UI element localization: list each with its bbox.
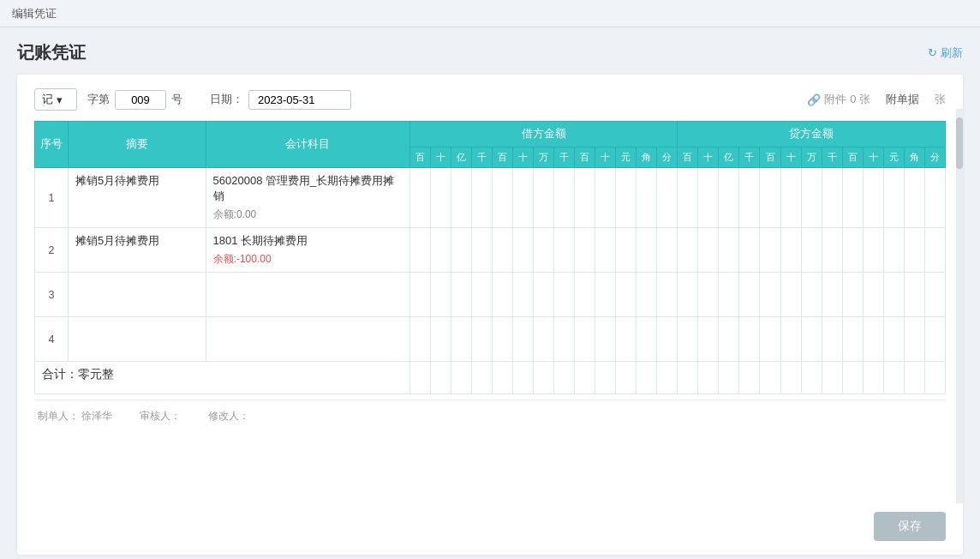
row-2-credit-8[interactable] [842, 273, 863, 317]
attach-single-button[interactable]: 附单据 [886, 92, 919, 107]
row-1-debit-12[interactable] [657, 228, 678, 273]
row-1-debit-5[interactable] [513, 228, 534, 273]
row-2-credit-3[interactable] [739, 273, 760, 317]
row-0-credit-12[interactable] [924, 168, 945, 228]
row-1-credit-3[interactable] [739, 228, 760, 273]
refresh-button[interactable]: ↻ 刷新 [928, 45, 963, 61]
row-1-credit-1[interactable] [698, 228, 719, 273]
row-0-credit-5[interactable] [780, 168, 801, 228]
row-2-debit-10[interactable] [616, 273, 636, 317]
row-0-credit-6[interactable] [801, 168, 822, 228]
row-2-credit-6[interactable] [801, 273, 822, 317]
row-3-debit-2[interactable] [451, 317, 471, 362]
row-2-credit-9[interactable] [863, 273, 883, 317]
row-2-subject[interactable] [206, 273, 409, 317]
row-0-debit-8[interactable] [575, 168, 595, 228]
row-0-credit-7[interactable] [822, 168, 842, 228]
zi-number-input[interactable] [115, 90, 166, 110]
row-0-credit-8[interactable] [842, 168, 863, 228]
row-0-credit-9[interactable] [863, 168, 883, 228]
row-2-credit-4[interactable] [760, 273, 780, 317]
row-1-summary[interactable]: 摊销5月待摊费用 [68, 228, 206, 273]
row-3-credit-12[interactable] [924, 317, 945, 362]
row-0-credit-11[interactable] [904, 168, 924, 228]
row-2-credit-7[interactable] [822, 273, 842, 317]
row-1-credit-0[interactable] [678, 228, 698, 273]
row-0-subject[interactable]: 56020008 管理费用_长期待摊费用摊销余额:0.00 [206, 168, 409, 228]
row-1-debit-7[interactable] [554, 228, 575, 273]
row-0-credit-4[interactable] [760, 168, 780, 228]
row-0-debit-3[interactable] [471, 168, 492, 228]
row-3-credit-11[interactable] [904, 317, 924, 362]
row-1-debit-10[interactable] [616, 228, 636, 273]
row-3-debit-3[interactable] [471, 317, 492, 362]
row-0-debit-6[interactable] [534, 168, 554, 228]
row-1-credit-9[interactable] [863, 228, 883, 273]
row-2-debit-8[interactable] [575, 273, 595, 317]
row-2-credit-5[interactable] [780, 273, 801, 317]
row-3-summary[interactable] [68, 317, 206, 362]
row-1-debit-11[interactable] [636, 228, 657, 273]
row-3-debit-9[interactable] [595, 317, 616, 362]
row-0-debit-11[interactable] [636, 168, 657, 228]
row-3-credit-0[interactable] [678, 317, 698, 362]
row-0-debit-0[interactable] [409, 168, 430, 228]
row-3-credit-5[interactable] [780, 317, 801, 362]
row-2-debit-6[interactable] [534, 273, 554, 317]
row-3-credit-9[interactable] [863, 317, 883, 362]
row-3-credit-4[interactable] [760, 317, 780, 362]
ji-select[interactable]: 记 ▾ [34, 88, 77, 111]
row-3-debit-4[interactable] [493, 317, 513, 362]
save-button[interactable]: 保存 [874, 512, 946, 541]
row-0-debit-7[interactable] [554, 168, 575, 228]
row-1-credit-10[interactable] [883, 228, 904, 273]
row-2-debit-2[interactable] [451, 273, 471, 317]
row-1-debit-8[interactable] [575, 228, 595, 273]
row-0-debit-1[interactable] [430, 168, 451, 228]
row-3-debit-6[interactable] [534, 317, 554, 362]
row-3-credit-2[interactable] [719, 317, 739, 362]
row-2-credit-10[interactable] [883, 273, 904, 317]
row-2-credit-2[interactable] [719, 273, 739, 317]
row-2-debit-7[interactable] [554, 273, 575, 317]
row-3-debit-10[interactable] [616, 317, 636, 362]
row-2-credit-1[interactable] [698, 273, 719, 317]
row-2-debit-3[interactable] [471, 273, 492, 317]
row-3-credit-8[interactable] [842, 317, 863, 362]
row-2-credit-11[interactable] [904, 273, 924, 317]
row-0-debit-5[interactable] [513, 168, 534, 228]
row-3-credit-10[interactable] [883, 317, 904, 362]
row-0-credit-0[interactable] [678, 168, 698, 228]
row-0-debit-9[interactable] [595, 168, 616, 228]
row-1-credit-12[interactable] [924, 228, 945, 273]
row-2-debit-11[interactable] [636, 273, 657, 317]
row-2-debit-9[interactable] [595, 273, 616, 317]
row-0-summary[interactable]: 摊销5月待摊费用 [68, 168, 206, 228]
row-3-credit-7[interactable] [822, 317, 842, 362]
row-3-debit-8[interactable] [575, 317, 595, 362]
row-1-credit-8[interactable] [842, 228, 863, 273]
row-1-credit-2[interactable] [719, 228, 739, 273]
row-3-debit-12[interactable] [657, 317, 678, 362]
row-3-debit-1[interactable] [430, 317, 451, 362]
row-3-subject[interactable] [206, 317, 409, 362]
row-2-debit-1[interactable] [430, 273, 451, 317]
row-0-credit-3[interactable] [739, 168, 760, 228]
row-2-debit-5[interactable] [513, 273, 534, 317]
row-1-credit-4[interactable] [760, 228, 780, 273]
row-1-credit-6[interactable] [801, 228, 822, 273]
scroll-track[interactable] [956, 109, 963, 503]
row-3-debit-7[interactable] [554, 317, 575, 362]
attach-link[interactable]: 🔗 附件 0 张 [807, 92, 870, 107]
row-3-credit-6[interactable] [801, 317, 822, 362]
row-3-debit-5[interactable] [513, 317, 534, 362]
row-0-debit-10[interactable] [616, 168, 636, 228]
row-0-credit-2[interactable] [719, 168, 739, 228]
row-1-debit-2[interactable] [451, 228, 471, 273]
row-2-debit-0[interactable] [409, 273, 430, 317]
row-1-debit-4[interactable] [493, 228, 513, 273]
row-0-debit-12[interactable] [657, 168, 678, 228]
row-3-credit-3[interactable] [739, 317, 760, 362]
row-0-debit-4[interactable] [493, 168, 513, 228]
row-1-subject[interactable]: 1801 长期待摊费用余额:-100.00 [206, 228, 409, 273]
